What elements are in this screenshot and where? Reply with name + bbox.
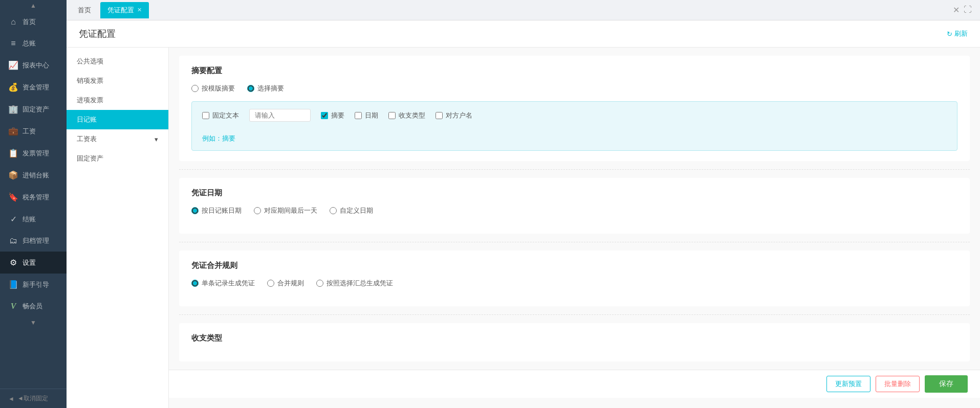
left-nav-item-fixed-assets[interactable]: 固定资产 (67, 149, 168, 168)
purchase-icon: 📦 (8, 170, 18, 180)
sidebar-item-fund-management[interactable]: 💰 资金管理 (0, 76, 67, 98)
example-text: 例如：摘要 (202, 134, 235, 142)
sidebar-scroll-down[interactable]: ▼ (0, 317, 67, 328)
main-area: 首页 凭证配置 ✕ ✕ ⛶ 凭证配置 ↻ 刷新 公共选项 (67, 0, 980, 408)
sidebar-scroll-up[interactable]: ▲ (0, 0, 67, 11)
checkbox-summary[interactable]: 摘要 (321, 111, 344, 120)
sidebar-item-report-center[interactable]: 📈 报表中心 (0, 54, 67, 76)
checkbox-row: 固定文本 摘要 日期 收支类型 (191, 101, 957, 151)
guide-icon: 📘 (8, 280, 18, 289)
merge-rules-title: 凭证合并规则 (191, 261, 957, 270)
checkout-icon: ✓ (8, 214, 18, 224)
voucher-date-section: 凭证日期 按日记账日期 对应期间最后一天 自定义日期 (179, 178, 970, 234)
archive-icon: 🗂 (8, 236, 18, 245)
bottom-bar: 更新预置 批量删除 保存 (169, 370, 980, 398)
sidebar-item-home[interactable]: ⌂ 首页 (0, 11, 67, 33)
report-icon: 📈 (8, 60, 18, 70)
pin-icon: ◄ (8, 395, 14, 402)
voucher-date-title: 凭证日期 (191, 188, 957, 198)
income-expense-section: 收支类型 (179, 323, 970, 361)
body-layout: 公共选项 销项发票 进项发票 日记账 工资表 ▾ 固定资产 (67, 48, 980, 408)
fixed-text-input[interactable] (249, 109, 311, 122)
left-nav-item-purchase-invoice[interactable]: 进项发票 (67, 90, 168, 110)
membership-icon: V (8, 302, 18, 311)
home-icon: ⌂ (8, 17, 18, 27)
content-wrapper: 凭证配置 ↻ 刷新 公共选项 销项发票 进项发票 日记账 (67, 20, 980, 408)
radio-summary-generate[interactable]: 按照选择汇总生成凭证 (316, 279, 393, 288)
chevron-down-icon: ▾ (155, 135, 158, 143)
sidebar-item-fixed-assets[interactable]: 🏢 固定资产 (0, 98, 67, 120)
left-nav-item-sales-invoice[interactable]: 销项发票 (67, 71, 168, 90)
income-expense-title: 收支类型 (191, 333, 957, 343)
voucher-date-radio-group: 按日记账日期 对应期间最后一天 自定义日期 (191, 206, 957, 215)
salary-icon: 💼 (8, 126, 18, 136)
radio-single-record[interactable]: 单条记录生成凭证 (191, 279, 255, 288)
divider-2 (179, 242, 970, 242)
checkbox-counterpart-name[interactable]: 对方户名 (435, 111, 472, 120)
window-controls: ✕ ⛶ (953, 5, 976, 15)
sidebar-item-purchase-sales[interactable]: 📦 进销台账 (0, 164, 67, 186)
sidebar-item-tax[interactable]: 🔖 税务管理 (0, 186, 67, 208)
ledger-icon: ≡ (8, 39, 18, 48)
merge-rules-section: 凭证合并规则 单条记录生成凭证 合并规则 按照选择汇总生成凭证 (179, 251, 970, 306)
merge-rules-radio-group: 单条记录生成凭证 合并规则 按照选择汇总生成凭证 (191, 279, 957, 288)
radio-custom-date[interactable]: 自定义日期 (330, 206, 373, 215)
page-title: 凭证配置 (79, 28, 116, 40)
example-row: 例如：摘要 (202, 134, 947, 143)
sidebar-item-salary[interactable]: 💼 工资 (0, 120, 67, 142)
checkbox-income-expense[interactable]: 收支类型 (388, 111, 425, 120)
divider-1 (179, 169, 970, 170)
radio-merge-rule[interactable]: 合并规则 (267, 279, 304, 288)
update-preview-button[interactable]: 更新预置 (826, 376, 870, 392)
tab-bar: 首页 凭证配置 ✕ ✕ ⛶ (67, 0, 980, 20)
save-button[interactable]: 保存 (925, 375, 968, 393)
close-window-icon[interactable]: ✕ (953, 5, 960, 15)
refresh-icon: ↻ (947, 30, 952, 38)
tab-close-icon[interactable]: ✕ (137, 7, 142, 13)
batch-delete-button[interactable]: 批量删除 (876, 376, 920, 392)
right-content: 摘要配置 按模版摘要 选择摘要 (169, 48, 980, 408)
tab-home[interactable]: 首页 (71, 2, 98, 18)
left-nav: 公共选项 销项发票 进项发票 日记账 工资表 ▾ 固定资产 (67, 48, 169, 408)
summary-radio-group: 按模版摘要 选择摘要 (191, 84, 957, 93)
radio-last-day[interactable]: 对应期间最后一天 (254, 206, 317, 215)
page-header: 凭证配置 ↻ 刷新 (67, 20, 980, 48)
radio-template-summary[interactable]: 按模版摘要 (191, 84, 235, 93)
summary-config-title: 摘要配置 (191, 66, 957, 76)
checkbox-date[interactable]: 日期 (355, 111, 378, 120)
sidebar-item-settings[interactable]: ⚙ 设置 (0, 252, 67, 274)
invoice-icon: 📋 (8, 148, 18, 158)
sidebar-item-ledger[interactable]: ≡ 总账 (0, 33, 67, 54)
settings-icon: ⚙ (8, 258, 18, 267)
sidebar-item-archive[interactable]: 🗂 归档管理 (0, 230, 67, 252)
radio-select-summary[interactable]: 选择摘要 (247, 84, 284, 93)
refresh-button[interactable]: ↻ 刷新 (947, 29, 968, 38)
sidebar: ▲ ⌂ 首页 ≡ 总账 📈 报表中心 💰 资金管理 🏢 固定资产 💼 工资 📋 … (0, 0, 67, 408)
tax-icon: 🔖 (8, 192, 18, 202)
sidebar-item-checkout[interactable]: ✓ 结账 (0, 208, 67, 230)
sidebar-item-guide[interactable]: 📘 新手引导 (0, 274, 67, 296)
fund-icon: 💰 (8, 82, 18, 92)
sidebar-item-invoice[interactable]: 📋 发票管理 (0, 142, 67, 164)
maximize-window-icon[interactable]: ⛶ (964, 5, 972, 15)
checkbox-fixed-text[interactable]: 固定文本 (202, 111, 239, 120)
left-nav-item-public[interactable]: 公共选项 (67, 52, 168, 71)
cancel-pin-button[interactable]: ◄ ◄取消固定 (0, 389, 67, 408)
divider-3 (179, 314, 970, 315)
tab-voucher-config[interactable]: 凭证配置 ✕ (100, 2, 149, 18)
summary-config-section: 摘要配置 按模版摘要 选择摘要 (179, 56, 970, 161)
left-nav-item-journal[interactable]: 日记账 (67, 110, 168, 129)
fixed-assets-icon: 🏢 (8, 104, 18, 114)
sidebar-item-membership[interactable]: V 畅会员 (0, 296, 67, 317)
left-nav-item-payroll[interactable]: 工资表 ▾ (67, 129, 168, 149)
radio-journal-date[interactable]: 按日记账日期 (191, 206, 242, 215)
